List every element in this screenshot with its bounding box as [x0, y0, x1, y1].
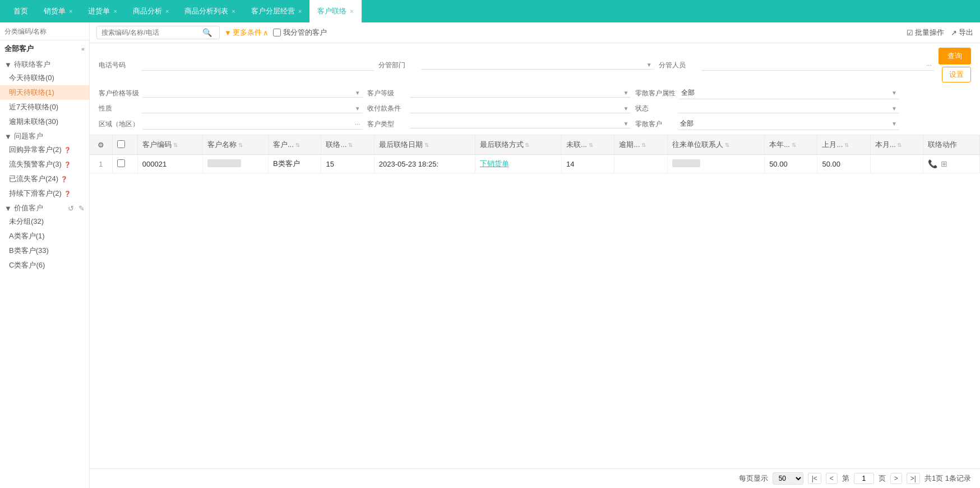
nav-customer-segment[interactable]: 客户分层经营 × [243, 0, 309, 22]
col-header-type[interactable]: 客户... [269, 135, 321, 155]
filter-customer-type-select[interactable]: ▼ [410, 119, 631, 128]
chevron-down-icon: ▼ [891, 121, 897, 127]
page-input[interactable] [854, 473, 874, 484]
per-page-select[interactable]: 50 100 200 [773, 472, 803, 485]
nav-product-analysis[interactable]: 商品分析 × [125, 0, 177, 22]
col-header-contact-person[interactable]: 往来单位联系人 [667, 135, 764, 155]
triangle-down-icon: ▼ [4, 61, 12, 69]
chevron-up-icon: ∧ [263, 29, 269, 37]
filter-phone: 电话号码 [99, 60, 374, 71]
sidebar-item-7days[interactable]: 近7天待联络(0) [0, 100, 89, 114]
last-method-link[interactable]: 下销货单 [480, 159, 509, 168]
filter-payment: 收付款条件 ▼ [367, 104, 631, 113]
content-area: 🔍 ▼ 更多条件 ∧ 我分管的客户 ☑ 批量操作 ↗ 导出 [90, 22, 980, 488]
col-header-this-month[interactable]: 本月... [870, 135, 923, 155]
cell-last-month: 50.00 [817, 155, 870, 173]
select-all-checkbox[interactable] [117, 140, 125, 148]
cell-last-date: 2023-05-23 18:25: [374, 155, 475, 173]
cell-last-method[interactable]: 下销货单 [475, 155, 561, 173]
col-header-uncontacted[interactable]: 未联... [562, 135, 614, 155]
export-btn[interactable]: ↗ 导出 [951, 27, 973, 38]
my-customers-checkbox-wrap: 我分管的客户 [273, 27, 327, 38]
toolbar-right: ☑ 批量操作 ↗ 导出 [907, 27, 973, 38]
col-header-this-year[interactable]: 本年... [765, 135, 817, 155]
filter-nature-select[interactable]: ▼ [141, 104, 363, 113]
phone-action-icon[interactable]: 📞 [928, 159, 937, 168]
edit-icon[interactable]: ✎ [78, 204, 85, 213]
refresh-icon[interactable]: ↺ [68, 204, 74, 213]
close-icon[interactable]: × [350, 8, 353, 15]
col-header-action: 联络动作 [923, 135, 980, 155]
first-page-btn[interactable]: |< [808, 473, 821, 484]
close-icon[interactable]: × [298, 8, 302, 15]
cell-contact-count: 15 [321, 155, 374, 173]
filter-region-select[interactable]: ··· [142, 119, 363, 130]
sidebar-item-ungrouped[interactable]: 未分组(32) [0, 214, 89, 229]
filter-status-select[interactable]: ▼ [678, 104, 899, 113]
nav-purchase[interactable]: 进货单 × [80, 0, 124, 22]
sidebar-item-tomorrow[interactable]: 明天待联络(1) [0, 85, 89, 100]
sidebar-item-churn-warning[interactable]: 流失预警客户(3) ❓ [0, 157, 89, 172]
nav-home[interactable]: 首页 [6, 0, 36, 22]
row-checkbox[interactable] [117, 159, 125, 167]
my-customers-checkbox[interactable] [273, 29, 281, 36]
help-icon: ❓ [61, 176, 67, 182]
col-header-last-month[interactable]: 上月... [817, 135, 870, 155]
sidebar-item-c-class[interactable]: C类客户(6) [0, 258, 89, 273]
nav-product-analysis-list[interactable]: 商品分析列表 × [177, 0, 243, 22]
col-header-contact-count[interactable]: 联络... [321, 135, 374, 155]
filter-manager: 分管人员 ··· [659, 60, 934, 71]
last-page-btn[interactable]: >| [907, 473, 920, 484]
settings-button[interactable]: 设置 [942, 67, 971, 82]
sidebar-item-repurchase-abnormal[interactable]: 回购异常客户(2) ❓ [0, 142, 89, 157]
filter-dept-select[interactable]: ▼ [421, 61, 654, 70]
filter-manager-select[interactable]: ··· [701, 60, 934, 71]
cell-checkbox[interactable] [112, 155, 137, 173]
sidebar-item-declining[interactable]: 持续下滑客户(2) ❓ [0, 186, 89, 201]
filter-customer-level-select[interactable]: ▼ [410, 89, 631, 98]
col-checkbox[interactable] [112, 135, 137, 155]
col-header-code[interactable]: 客户编码 [137, 135, 202, 155]
prev-page-btn[interactable]: < [826, 473, 838, 484]
export-icon: ↗ [951, 29, 957, 37]
gear-icon[interactable]: ⚙ [98, 141, 104, 149]
more-conditions-btn[interactable]: ▼ 更多条件 ∧ [224, 27, 269, 38]
nav-sales[interactable]: 销货单 × [36, 0, 80, 22]
close-icon[interactable]: × [69, 8, 72, 15]
filter-phone-input[interactable] [141, 60, 374, 71]
close-icon[interactable]: × [232, 8, 235, 15]
sidebar-item-b-class[interactable]: B类客户(33) [0, 243, 89, 258]
query-button[interactable]: 查询 [939, 48, 971, 65]
filter-scatter-attr-select[interactable]: 全部 ▼ [679, 87, 899, 99]
nav-customer-contact[interactable]: 客户联络 × [309, 0, 361, 22]
sidebar-item-churned[interactable]: 已流失客户(24) ❓ [0, 172, 89, 186]
search-wrap: 🔍 [96, 26, 220, 39]
checkbox-icon: ☑ [907, 29, 913, 37]
sidebar-item-a-class[interactable]: A类客户(1) [0, 229, 89, 243]
batch-op-btn[interactable]: ☑ 批量操作 [907, 27, 944, 38]
filter-price-level: 客户价格等级 ▼ [99, 89, 363, 98]
sidebar-all-customers[interactable]: 全部客户 « [0, 40, 89, 57]
search-button[interactable]: 🔍 [202, 28, 212, 37]
filter-price-level-select[interactable]: ▼ [142, 89, 363, 98]
close-icon[interactable]: × [113, 8, 117, 15]
filter-scatter-customer-select[interactable]: 全部 ▼ [678, 118, 899, 130]
col-header-overdue[interactable]: 逾期... [614, 135, 667, 155]
sidebar-item-today[interactable]: 今天待联络(0) [0, 71, 89, 85]
col-header-name[interactable]: 客户名称 [203, 135, 269, 155]
chevron-down-icon: ▼ [623, 105, 628, 112]
search-input[interactable] [101, 29, 202, 36]
close-icon[interactable]: × [165, 8, 169, 15]
grid-action-icon[interactable]: ⊞ [941, 159, 947, 168]
col-header-last-date[interactable]: 最后联络日期 [374, 135, 475, 155]
filter-payment-select[interactable]: ▼ [410, 104, 631, 113]
col-settings[interactable]: ⚙ [90, 135, 112, 155]
collapse-icon[interactable]: « [81, 45, 85, 52]
next-page-btn[interactable]: > [890, 473, 902, 484]
filter-panel: 电话号码 分管部门 ▼ 分管人员 ··· 查询 [90, 43, 980, 135]
col-header-last-method[interactable]: 最后联络方式 [475, 135, 561, 155]
sidebar-search-input[interactable] [4, 27, 89, 35]
sidebar-item-overdue[interactable]: 逾期未联络(30) [0, 114, 89, 129]
sidebar-group-pending: ▼ 待联络客户 [0, 57, 89, 71]
table-row: 1 000021 B类客户 15 2023-05-23 18:25: 下销货单 [90, 155, 980, 173]
